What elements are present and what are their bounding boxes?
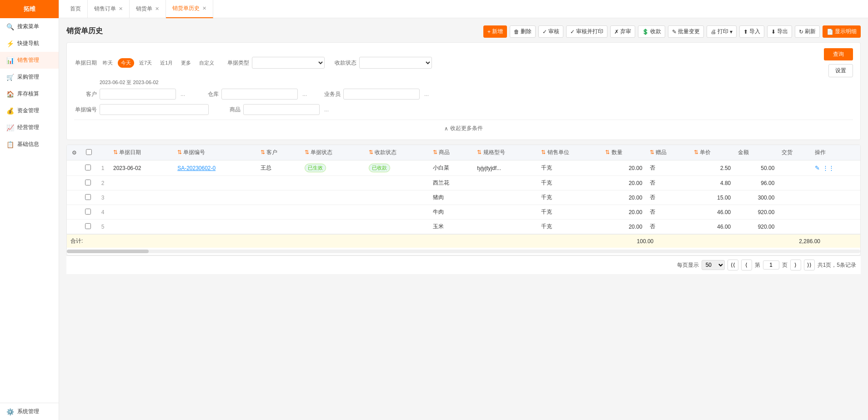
cell-delivery — [778, 176, 811, 190]
sidebar: 拓维 🔍 搜索菜单 ⚡ 快捷导航 📊 销售管理 🛒 采购管理 🏠 库存核算 💰 … — [0, 0, 59, 420]
cell-checkbox[interactable] — [81, 160, 96, 176]
col-goods[interactable]: ⇅ 商品 — [429, 145, 473, 160]
sidebar-item-purchase-mgmt[interactable]: 🛒 采购管理 — [0, 69, 59, 85]
col-qty[interactable]: ⇅ 数量 — [602, 145, 646, 160]
cell-doc-status — [301, 190, 365, 205]
sidebar-item-search-menu[interactable]: 🔍 搜索菜单 — [0, 18, 59, 35]
scrollbar-thumb[interactable] — [67, 250, 149, 253]
col-doc-status[interactable]: ⇅ 单据状态 — [301, 145, 365, 160]
prev-page-btn[interactable]: ⟨ — [741, 260, 752, 270]
tab-sales-history[interactable]: 销货单历史 ✕ — [166, 0, 213, 18]
batch-change-button[interactable]: ✎ 批量变更 — [668, 25, 704, 38]
row-checkbox[interactable] — [85, 165, 91, 170]
select-all-checkbox[interactable] — [86, 149, 92, 155]
refresh-button[interactable]: ↻ 刷新 — [795, 25, 820, 38]
warehouse-picker-btn[interactable]: ... — [301, 91, 309, 97]
tab-sales-delivery[interactable]: 销货单 ✕ — [130, 0, 166, 18]
col-payment-status[interactable]: ⇅ 收款状态 — [365, 145, 429, 160]
salesperson-picker-btn[interactable]: ... — [422, 91, 431, 97]
collapse-btn[interactable]: ∧ 收起更多条件 — [74, 123, 853, 134]
edit-icon[interactable]: ✎ — [815, 165, 820, 171]
more-icon[interactable]: ⋮⋮ — [823, 165, 834, 171]
sidebar-item-sys-mgmt[interactable]: ⚙️ 系统管理 — [0, 403, 59, 420]
sidebar-item-quick-nav[interactable]: ⚡ 快捷导航 — [0, 35, 59, 52]
next-page-btn[interactable]: ⟩ — [790, 260, 801, 270]
row-checkbox[interactable] — [85, 194, 91, 200]
tab-home[interactable]: 首页 — [64, 0, 88, 18]
tab-sales-order-close[interactable]: ✕ — [119, 6, 123, 12]
col-doc-no[interactable]: ⇅ 单据编号 — [174, 145, 257, 160]
row-checkbox[interactable] — [85, 180, 91, 185]
set-button[interactable]: 设置 — [828, 64, 853, 77]
date-btn-more[interactable]: 更多 — [178, 58, 194, 68]
query-button[interactable]: 查询 — [824, 48, 853, 60]
export-button[interactable]: ⬇ 导出 — [767, 25, 792, 38]
sidebar-item-operations[interactable]: 📈 经营管理 — [0, 119, 59, 136]
col-customer[interactable]: ⇅ 客户 — [257, 145, 301, 160]
date-btn-7days[interactable]: 近7天 — [136, 58, 155, 68]
horizontal-scrollbar[interactable] — [67, 250, 860, 253]
col-unit-price[interactable]: ⇅ 单价 — [690, 145, 734, 160]
delete-button[interactable]: 🗑 删除 — [510, 25, 536, 38]
page-size-select[interactable]: 20 50 100 — [702, 260, 725, 270]
footer-total-qty: 100.00 — [637, 238, 654, 245]
salesperson-input[interactable] — [343, 89, 420, 100]
table-row: 12023-06-02SA-20230602-0王总已生效已收款小白菜tyjyj… — [67, 160, 860, 176]
last-page-btn[interactable]: ⟩⟩ — [804, 260, 815, 270]
date-btn-yesterday[interactable]: 昨天 — [100, 58, 116, 68]
audit-print-button[interactable]: ✓ 审核并打印 — [566, 25, 607, 38]
goods-picker-btn[interactable]: ... — [322, 106, 331, 113]
tab-sales-order[interactable]: 销售订单 ✕ — [88, 0, 130, 18]
goods-input[interactable] — [243, 104, 320, 115]
cell-doc-date — [110, 190, 174, 205]
filter-salesperson: 业务员 ... — [318, 89, 431, 100]
search-menu-icon: 🔍 — [6, 23, 14, 30]
col-settings[interactable]: ⚙ — [67, 145, 81, 160]
date-btn-today[interactable]: 今天 — [118, 58, 134, 68]
col-checkbox[interactable] — [81, 145, 96, 160]
col-gift[interactable]: ⇅ 赠品 — [646, 145, 690, 160]
row-checkbox[interactable] — [85, 209, 91, 215]
cell-doc-status — [301, 220, 365, 234]
new-button[interactable]: + 新增 — [483, 25, 507, 38]
customer-picker-btn[interactable]: ... — [179, 91, 187, 97]
sort-icon: ⇅ — [650, 149, 654, 155]
tab-home-label: 首页 — [70, 5, 81, 13]
print-button[interactable]: 🖨 打印 ▾ — [707, 25, 737, 38]
cell-checkbox[interactable] — [81, 220, 96, 234]
audit-button[interactable]: ✓ 审核 — [538, 25, 563, 38]
collect-button[interactable]: 💲 收款 — [638, 25, 665, 38]
sidebar-item-inventory[interactable]: 🏠 库存核算 — [0, 85, 59, 102]
sidebar-item-sales-mgmt[interactable]: 📊 销售管理 — [0, 52, 59, 69]
tab-sales-delivery-close[interactable]: ✕ — [155, 6, 159, 12]
first-page-btn[interactable]: ⟨⟨ — [728, 260, 738, 270]
sidebar-item-label: 经营管理 — [17, 124, 39, 131]
page-number-input[interactable] — [763, 260, 779, 270]
tab-sales-history-close[interactable]: ✕ — [202, 5, 206, 11]
date-btn-custom[interactable]: 自定义 — [196, 58, 217, 68]
doc-no-link[interactable]: SA-20230602-0 — [177, 165, 216, 171]
cell-checkbox[interactable] — [81, 176, 96, 190]
sidebar-item-finance[interactable]: 💰 资金管理 — [0, 102, 59, 119]
show-detail-button[interactable]: 📄 显示明细 — [823, 25, 861, 38]
show-detail-label: 显示明细 — [835, 28, 857, 35]
cell-unit: 千克 — [537, 160, 602, 176]
cell-checkbox[interactable] — [81, 190, 96, 205]
payment-status-select[interactable] — [359, 57, 432, 69]
col-doc-date[interactable]: ⇅ 单据日期 — [110, 145, 174, 160]
col-spec[interactable]: ⇅ 规格型号 — [473, 145, 537, 160]
cell-customer — [257, 220, 301, 234]
discard-button[interactable]: ✗ 弃审 — [610, 25, 635, 38]
date-btn-1month[interactable]: 近1月 — [157, 58, 176, 68]
col-unit[interactable]: ⇅ 销售单位 — [537, 145, 602, 160]
cell-checkbox[interactable] — [81, 205, 96, 220]
row-checkbox[interactable] — [85, 223, 91, 229]
doc-type-select[interactable] — [252, 57, 325, 69]
sidebar-item-basic-info[interactable]: 📋 基础信息 — [0, 136, 59, 153]
import-button[interactable]: ⬆ 导入 — [739, 25, 764, 38]
sort-icon: ⇅ — [113, 149, 118, 155]
customer-input[interactable] — [100, 89, 176, 100]
warehouse-input[interactable] — [221, 89, 298, 100]
cell-goods: 猪肉 — [429, 190, 473, 205]
doc-no-input[interactable] — [100, 104, 209, 115]
